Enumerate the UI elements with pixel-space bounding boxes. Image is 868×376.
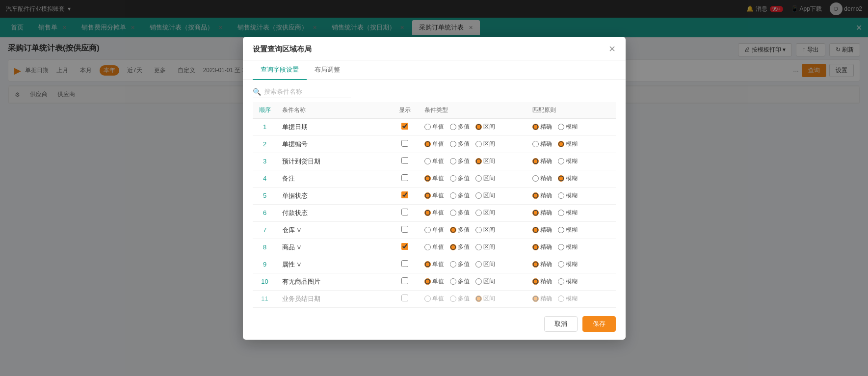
type-range-radio[interactable] — [475, 124, 482, 130]
match-fuzzy-label[interactable]: 模糊 — [558, 209, 578, 217]
row-show-cell[interactable] — [390, 273, 420, 290]
type-single-radio[interactable] — [424, 295, 431, 302]
type-range-label[interactable]: 区间 — [475, 174, 495, 183]
match-exact-label[interactable]: 精确 — [532, 209, 552, 217]
match-exact-radio[interactable] — [532, 124, 539, 130]
type-single-label[interactable]: 单值 — [424, 191, 444, 200]
tab-query-fields[interactable]: 查询字段设置 — [253, 60, 307, 80]
type-single-label[interactable]: 单值 — [424, 243, 444, 251]
type-multi-radio[interactable] — [450, 295, 456, 302]
show-checkbox[interactable] — [401, 174, 408, 181]
show-checkbox[interactable] — [401, 243, 408, 250]
type-single-radio[interactable] — [424, 227, 431, 233]
type-multi-label[interactable]: 多值 — [450, 209, 470, 217]
type-range-radio[interactable] — [475, 295, 482, 302]
row-show-cell[interactable] — [390, 118, 420, 135]
row-show-cell[interactable] — [390, 204, 420, 221]
type-single-label[interactable]: 单值 — [424, 123, 444, 131]
match-fuzzy-label[interactable]: 模糊 — [558, 174, 578, 183]
type-single-label[interactable]: 单值 — [424, 226, 444, 234]
match-exact-label[interactable]: 精确 — [532, 123, 552, 131]
match-exact-radio[interactable] — [532, 192, 539, 199]
type-multi-radio[interactable] — [450, 124, 456, 130]
type-multi-radio[interactable] — [450, 261, 456, 268]
match-fuzzy-radio[interactable] — [558, 158, 564, 164]
type-range-label[interactable]: 区间 — [475, 140, 495, 148]
match-fuzzy-radio[interactable] — [558, 227, 564, 233]
type-single-label[interactable]: 单值 — [424, 157, 444, 165]
show-checkbox[interactable] — [401, 209, 408, 215]
type-multi-label[interactable]: 多值 — [450, 191, 470, 200]
match-exact-radio[interactable] — [532, 141, 539, 147]
type-multi-radio[interactable] — [450, 227, 456, 233]
row-show-cell[interactable] — [390, 153, 420, 170]
match-exact-label[interactable]: 精确 — [532, 140, 552, 148]
type-single-radio[interactable] — [424, 141, 431, 147]
cancel-button[interactable]: 取消 — [544, 316, 578, 332]
match-exact-label[interactable]: 精确 — [532, 277, 552, 286]
match-exact-radio[interactable] — [532, 210, 539, 216]
type-range-radio[interactable] — [475, 278, 482, 285]
type-single-label[interactable]: 单值 — [424, 295, 444, 303]
type-multi-radio[interactable] — [450, 141, 456, 147]
type-range-radio[interactable] — [475, 158, 482, 164]
match-fuzzy-radio[interactable] — [558, 261, 564, 268]
type-single-radio[interactable] — [424, 175, 431, 182]
type-range-radio[interactable] — [475, 227, 482, 233]
type-range-radio[interactable] — [475, 141, 482, 147]
match-exact-label[interactable]: 精确 — [532, 174, 552, 183]
match-fuzzy-label[interactable]: 模糊 — [558, 191, 578, 200]
type-multi-radio[interactable] — [450, 158, 456, 164]
type-single-radio[interactable] — [424, 278, 431, 285]
type-single-label[interactable]: 单值 — [424, 277, 444, 286]
tab-layout-adjust[interactable]: 布局调整 — [307, 60, 348, 80]
match-exact-radio[interactable] — [532, 261, 539, 268]
show-checkbox[interactable] — [401, 226, 408, 233]
match-fuzzy-radio[interactable] — [558, 278, 564, 285]
match-fuzzy-label[interactable]: 模糊 — [558, 277, 578, 286]
match-exact-radio[interactable] — [532, 227, 539, 233]
show-checkbox[interactable] — [401, 123, 408, 130]
match-exact-radio[interactable] — [532, 158, 539, 164]
type-multi-radio[interactable] — [450, 192, 456, 199]
type-range-label[interactable]: 区间 — [475, 277, 495, 286]
type-multi-label[interactable]: 多值 — [450, 243, 470, 251]
type-single-radio[interactable] — [424, 261, 431, 268]
type-range-label[interactable]: 区间 — [475, 243, 495, 251]
type-range-radio[interactable] — [475, 244, 482, 250]
match-fuzzy-radio[interactable] — [558, 141, 564, 147]
show-checkbox[interactable] — [401, 277, 408, 284]
match-fuzzy-radio[interactable] — [558, 295, 564, 302]
type-single-label[interactable]: 单值 — [424, 260, 444, 269]
type-multi-label[interactable]: 多值 — [450, 277, 470, 286]
type-range-radio[interactable] — [475, 192, 482, 199]
match-fuzzy-label[interactable]: 模糊 — [558, 157, 578, 165]
type-single-radio[interactable] — [424, 210, 431, 216]
type-range-radio[interactable] — [475, 210, 482, 216]
type-range-radio[interactable] — [475, 261, 482, 268]
row-show-cell[interactable] — [390, 256, 420, 273]
type-range-label[interactable]: 区间 — [475, 191, 495, 200]
match-exact-radio[interactable] — [532, 295, 539, 302]
row-show-cell[interactable] — [390, 290, 420, 307]
match-exact-label[interactable]: 精确 — [532, 243, 552, 251]
match-exact-label[interactable]: 精确 — [532, 191, 552, 200]
show-checkbox[interactable] — [401, 295, 408, 301]
type-range-label[interactable]: 区间 — [475, 295, 495, 303]
row-show-cell[interactable] — [390, 239, 420, 256]
type-multi-radio[interactable] — [450, 210, 456, 216]
type-single-radio[interactable] — [424, 192, 431, 199]
type-multi-label[interactable]: 多值 — [450, 174, 470, 183]
type-single-radio[interactable] — [424, 244, 431, 250]
match-exact-label[interactable]: 精确 — [532, 260, 552, 269]
match-fuzzy-label[interactable]: 模糊 — [558, 260, 578, 269]
type-multi-radio[interactable] — [450, 278, 456, 285]
type-single-radio[interactable] — [424, 158, 431, 164]
type-multi-label[interactable]: 多值 — [450, 226, 470, 234]
match-fuzzy-label[interactable]: 模糊 — [558, 123, 578, 131]
match-fuzzy-radio[interactable] — [558, 124, 564, 130]
match-fuzzy-label[interactable]: 模糊 — [558, 140, 578, 148]
type-single-label[interactable]: 单值 — [424, 209, 444, 217]
match-exact-label[interactable]: 精确 — [532, 157, 552, 165]
type-multi-radio[interactable] — [450, 244, 456, 250]
